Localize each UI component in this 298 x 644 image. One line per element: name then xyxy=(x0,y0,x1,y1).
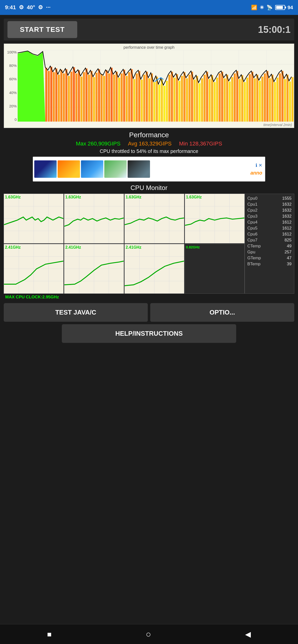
svg-rect-99 xyxy=(254,78,256,122)
cpu-stats-panel: Cpu0 1555 Cpu1 1632 Cpu2 1632 Cpu3 1632 … xyxy=(245,194,294,294)
top-controls: START TEST 15:00:1 xyxy=(4,19,294,40)
svg-rect-106 xyxy=(272,74,273,122)
ad-logo: anno xyxy=(250,170,262,176)
cpu-cell-1: 1.63GHz xyxy=(64,194,124,244)
svg-rect-78 xyxy=(201,78,203,122)
svg-rect-41 xyxy=(108,73,110,122)
stat-row-gpu: Gpu 257 xyxy=(247,249,292,255)
svg-rect-94 xyxy=(241,75,243,122)
ad-images xyxy=(34,160,150,178)
ad-banner: ℹ ✕ anno xyxy=(33,157,265,182)
cpu-cell-4: 2.41GHz xyxy=(4,244,64,294)
svg-rect-19 xyxy=(53,72,55,122)
ad-image-1 xyxy=(34,160,57,178)
svg-rect-23 xyxy=(63,73,65,122)
help-instructions-button[interactable]: HELP/INSTRUCTIONS xyxy=(62,324,236,343)
performance-title: Performance xyxy=(4,131,294,139)
status-temp: 40° xyxy=(27,4,35,11)
nav-back-icon[interactable]: ◀ xyxy=(245,630,251,638)
ad-image-4 xyxy=(104,160,127,178)
svg-rect-55 xyxy=(143,74,145,122)
svg-rect-68 xyxy=(176,74,178,122)
nav-bar: ■ ○ ◀ xyxy=(0,624,298,644)
svg-rect-83 xyxy=(214,82,216,122)
svg-rect-27 xyxy=(73,68,75,122)
svg-rect-37 xyxy=(98,69,100,122)
nav-home-icon[interactable]: ○ xyxy=(146,629,151,640)
stat-row-cpu5: Cpu5 1612 xyxy=(247,225,292,231)
svg-rect-112 xyxy=(287,74,289,122)
svg-rect-67 xyxy=(173,78,175,122)
svg-rect-114 xyxy=(292,77,294,122)
cpu-cell-2: 1.63GHz xyxy=(124,194,184,244)
stat-row-btemp: BTemp 39 xyxy=(247,261,292,267)
ad-image-5 xyxy=(128,160,150,178)
svg-rect-113 xyxy=(289,82,291,122)
status-left: 9:41 ⚙ 40° ⚙ ··· xyxy=(5,4,51,11)
nav-square-icon[interactable]: ■ xyxy=(47,630,52,638)
svg-rect-109 xyxy=(279,73,281,122)
svg-rect-18 xyxy=(50,67,52,122)
svg-rect-31 xyxy=(83,72,85,122)
svg-rect-88 xyxy=(226,74,228,122)
bluetooth-icon: ✳ xyxy=(260,4,264,10)
svg-rect-46 xyxy=(121,73,123,122)
svg-rect-33 xyxy=(88,74,90,122)
stat-row-cpu6: Cpu6 1612 xyxy=(247,231,292,237)
svg-rect-90 xyxy=(231,77,233,122)
svg-rect-79 xyxy=(204,74,206,122)
svg-rect-57 xyxy=(148,78,150,122)
cpu-freq-4: 2.41GHz xyxy=(5,245,21,250)
svg-rect-39 xyxy=(103,76,105,122)
svg-rect-108 xyxy=(276,78,278,122)
app-container: START TEST 15:00:1 performance over time… xyxy=(0,15,298,644)
cpu-grids: 1.63GHz 1.63GHz xyxy=(4,194,245,294)
svg-rect-28 xyxy=(75,73,77,122)
svg-rect-73 xyxy=(188,74,190,122)
cpu-cell-5: 2.41GHz xyxy=(64,244,124,294)
graph-title: performance over time graph xyxy=(124,45,174,50)
cpu-freq-2: 1.63GHz xyxy=(126,195,141,200)
cpu-cell-7: 0.82GHz xyxy=(185,244,245,294)
svg-rect-66 xyxy=(171,72,173,122)
svg-rect-76 xyxy=(196,76,198,122)
cpu-grid-wrapper: 1.63GHz 1.63GHz xyxy=(4,194,294,294)
svg-rect-102 xyxy=(261,76,263,122)
ad-image-2 xyxy=(58,160,80,178)
svg-rect-101 xyxy=(259,81,261,122)
stat-row-cpu0: Cpu0 1555 xyxy=(247,196,292,202)
svg-rect-45 xyxy=(118,78,120,122)
svg-rect-84 xyxy=(216,78,218,122)
test-java-c-button[interactable]: TEST JAVA/C xyxy=(4,303,148,322)
cpu-freq-1: 1.63GHz xyxy=(65,195,81,200)
performance-section: Performance Max 260,909GIPS Avg 163,329G… xyxy=(4,131,294,154)
status-settings1-icon: ⚙ xyxy=(19,4,24,11)
svg-rect-47 xyxy=(123,70,125,122)
perf-avg: Avg 163,329GIPS xyxy=(128,140,172,147)
perf-throttle: CPU throttled to 54% of its max performa… xyxy=(4,148,294,154)
performance-stats: Max 260,909GIPS Avg 163,329GIPS Min 128,… xyxy=(4,140,294,147)
cpu-freq-5: 2.41GHz xyxy=(65,245,81,250)
options-button[interactable]: OPTIO... xyxy=(150,303,294,322)
start-test-button[interactable]: START TEST xyxy=(7,21,77,38)
svg-rect-71 xyxy=(183,72,185,122)
stat-row-cpu3: Cpu3 1632 xyxy=(247,213,292,219)
action-buttons: TEST JAVA/C OPTIO... xyxy=(4,303,294,322)
svg-rect-104 xyxy=(267,71,269,122)
svg-rect-44 xyxy=(116,72,118,122)
svg-rect-96 xyxy=(246,78,248,122)
cpu-monitor-section: CPU Monitor 1.63GHz xyxy=(4,184,294,300)
svg-rect-86 xyxy=(221,72,223,122)
svg-rect-110 xyxy=(281,71,283,122)
svg-rect-91 xyxy=(234,73,236,122)
svg-rect-98 xyxy=(251,72,253,122)
svg-rect-35 xyxy=(93,77,95,122)
svg-rect-49 xyxy=(128,72,130,122)
perf-max: Max 260,909GIPS xyxy=(76,140,121,147)
svg-rect-82 xyxy=(211,75,213,122)
cpu-monitor-title: CPU Monitor xyxy=(4,184,294,192)
stat-row-cpu4: Cpu4 1612 xyxy=(247,219,292,225)
wifi-icon: 📶 xyxy=(251,4,257,10)
ad-info-icon[interactable]: ℹ ✕ xyxy=(256,162,262,168)
battery-icon xyxy=(275,5,285,10)
